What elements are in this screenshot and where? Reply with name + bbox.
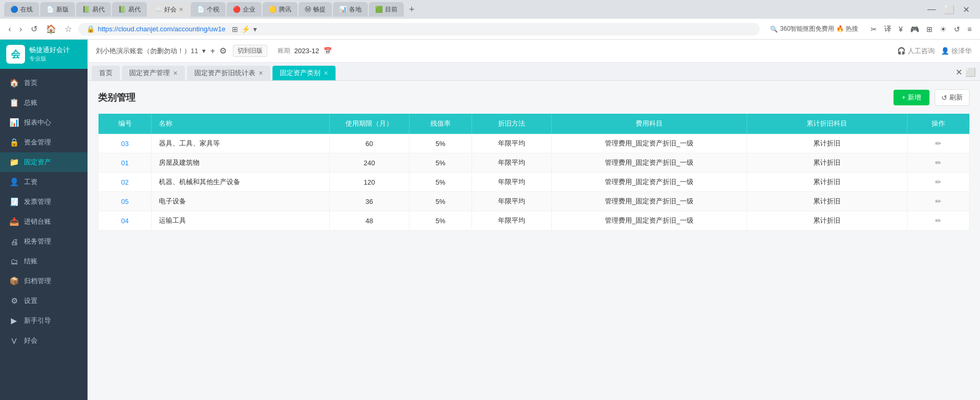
tab-home[interactable]: 首页: [92, 66, 120, 80]
sidebar-item-ledger[interactable]: 📋 总账: [0, 93, 88, 113]
menu-icon[interactable]: ≡: [965, 24, 974, 34]
calendar-icon[interactable]: 📅: [324, 47, 332, 55]
window-minimize[interactable]: —: [925, 5, 938, 14]
tab-close-5[interactable]: ✕: [179, 6, 183, 13]
game-icon[interactable]: 🎮: [908, 24, 921, 34]
cell-name-3: 电子设备: [152, 192, 329, 211]
tabs-right-controls: ✕ ⬜: [956, 67, 976, 79]
switch-old-version-button[interactable]: 切到旧版: [233, 45, 267, 57]
sidebar-item-archive[interactable]: 📦 归档管理: [0, 271, 88, 291]
url-box[interactable]: 🔒 https://cloud.chanjet.com/accounting/u…: [78, 23, 760, 35]
sidebar-item-settings[interactable]: ⚙ 设置: [0, 291, 88, 311]
tabs-bar: 首页 固定资产管理 ✕ 固定资产折旧统计表 ✕ 固定资产类别 ✕ ✕ ⬜: [88, 63, 980, 81]
edit-button-1[interactable]: ✏: [935, 159, 941, 167]
tab-fixed-assets-manage[interactable]: 固定资产管理 ✕: [122, 66, 185, 80]
settings-nav-icon: ⚙: [9, 296, 19, 306]
sidebar-item-home[interactable]: 🏠 首页: [0, 73, 88, 93]
browser-tab-8[interactable]: 🟡 腾讯: [263, 2, 297, 17]
refresh-icon: ↺: [941, 94, 947, 102]
undo-icon[interactable]: ↺: [952, 24, 962, 34]
cell-op-0: ✏: [907, 134, 969, 153]
sidebar-item-salary[interactable]: 👤 工资: [0, 172, 88, 192]
browser-tab-2[interactable]: 📄 新版: [40, 2, 75, 17]
col-header-name: 名称: [152, 114, 329, 134]
code-link-2[interactable]: 02: [121, 178, 128, 186]
sidebar-item-tax[interactable]: 🖨 税务管理: [0, 232, 88, 251]
haohui-nav-icon: V: [9, 336, 19, 345]
settings-icon[interactable]: ⚙: [219, 46, 227, 56]
page-title-row: 类别管理 + 新增 ↺ 刷新: [98, 89, 970, 106]
new-tab-button[interactable]: +: [405, 4, 419, 15]
headset-icon: 🎧: [897, 47, 905, 55]
tab-asset-category[interactable]: 固定资产类别 ✕: [272, 66, 336, 80]
browser-tab-9[interactable]: Ⓜ 畅提: [299, 2, 332, 17]
window-close[interactable]: ✕: [961, 5, 972, 15]
user-avatar-button[interactable]: 👤 徐泽华: [941, 46, 972, 56]
browser-tab-6[interactable]: 📄 个税: [191, 2, 226, 17]
code-link-4[interactable]: 04: [121, 217, 128, 225]
tab-close-depreciation-stats[interactable]: ✕: [258, 70, 263, 77]
browser-tab-3[interactable]: 📗 易代: [76, 2, 111, 17]
browser-tab-4[interactable]: 📗 易代: [112, 2, 147, 17]
tab-close-all-button[interactable]: ✕: [956, 67, 962, 77]
sun-icon[interactable]: ☀: [938, 24, 949, 34]
cell-name-4: 运输工具: [152, 211, 329, 231]
refresh-button[interactable]: ↺: [29, 24, 40, 34]
home-button[interactable]: 🏠: [44, 24, 58, 34]
cut-icon[interactable]: ✂: [869, 24, 879, 34]
table-row: 01 房屋及建筑物 240 5% 年限平均 管理费用_固定资产折旧_一级 累计折…: [98, 153, 970, 173]
action-buttons: + 新增 ↺ 刷新: [894, 89, 970, 106]
browser-tab-5[interactable]: ☁️ 好会 ✕: [148, 2, 190, 17]
window-maximize[interactable]: ⬜: [942, 5, 957, 15]
sidebar-item-reports[interactable]: 📊 报表中心: [0, 113, 88, 132]
user-info: 刘小艳演示账套（勿删勿动！）11 ▾ + ⚙: [96, 46, 227, 56]
category-table: 编号 名称 使用期限（月） 残值率 折旧方法 费用科目 累计折旧科目 操作 03…: [98, 113, 970, 231]
url-dropdown[interactable]: ▾: [253, 25, 257, 33]
tab-close-asset-category[interactable]: ✕: [324, 70, 328, 77]
browser-tab-10[interactable]: 📊 各地: [333, 2, 368, 17]
currency-icon[interactable]: ¥: [897, 24, 905, 34]
table-row: 02 机器、机械和其他生产设备 120 5% 年限平均 管理费用_固定资产折旧_…: [98, 173, 970, 192]
user-dropdown-icon[interactable]: ▾: [202, 47, 206, 55]
add-category-button[interactable]: + 新增: [894, 90, 929, 105]
sidebar-item-purchase-sales[interactable]: 📥 进销台账: [0, 212, 88, 232]
cell-rate-0: 5%: [410, 134, 472, 153]
bookmark-button[interactable]: ☆: [63, 24, 74, 34]
forward-button[interactable]: ›: [17, 25, 24, 34]
cell-method-4: 年限平均: [472, 211, 552, 231]
sidebar-item-tutorial[interactable]: ▶ 新手引导: [0, 311, 88, 331]
tab-close-fixed-assets-manage[interactable]: ✕: [173, 70, 178, 77]
browser-tab-7[interactable]: 🔴 企业: [227, 2, 262, 17]
code-link-0[interactable]: 03: [121, 140, 128, 148]
sidebar-nav: 🏠 首页 📋 总账 📊 报表中心 🔒 资金管理 📁 固定资产 👤 工资: [0, 69, 88, 400]
edit-button-4[interactable]: ✏: [935, 216, 941, 225]
sidebar-item-haohui[interactable]: V 好会: [0, 331, 88, 350]
sidebar-item-checkout[interactable]: 🗂 结账: [0, 251, 88, 271]
code-link-3[interactable]: 05: [121, 198, 128, 205]
refresh-page-button[interactable]: ↺ 刷新: [935, 89, 970, 106]
sidebar-item-invoices[interactable]: 🧾 发票管理: [0, 192, 88, 212]
table-row: 03 器具、工具、家具等 60 5% 年限平均 管理费用_固定资产折旧_一级 累…: [98, 134, 970, 153]
tab-expand-button[interactable]: ⬜: [965, 67, 976, 77]
edit-button-2[interactable]: ✏: [935, 178, 941, 186]
browser-tab-1[interactable]: 🔵 在线: [4, 2, 39, 17]
cell-code-2: 02: [98, 173, 152, 192]
cell-op-2: ✏: [907, 173, 969, 192]
browser-tabs: 🔵 在线 📄 新版 📗 易代 📗 易代 ☁️ 好会 ✕ 📄 个税 🔴 企业: [4, 2, 919, 17]
back-button[interactable]: ‹: [6, 25, 13, 34]
archive-nav-icon: 📦: [9, 276, 19, 286]
col-header-op: 操作: [907, 114, 969, 134]
translate-icon[interactable]: 译: [882, 23, 894, 35]
code-link-1[interactable]: 01: [121, 159, 128, 167]
edit-button-3[interactable]: ✏: [935, 197, 941, 205]
grid-icon[interactable]: ⊞: [924, 24, 935, 34]
cell-name-1: 房屋及建筑物: [152, 153, 329, 173]
purchase-sales-nav-icon: 📥: [9, 217, 19, 226]
tab-depreciation-stats[interactable]: 固定资产折旧统计表 ✕: [187, 66, 270, 80]
help-button[interactable]: 🎧 人工咨询: [897, 46, 935, 56]
edit-button-0[interactable]: ✏: [935, 139, 941, 148]
add-account-button[interactable]: +: [210, 46, 215, 56]
sidebar-item-fixed-assets[interactable]: 📁 固定资产: [0, 152, 88, 172]
sidebar-item-funds[interactable]: 🔒 资金管理: [0, 132, 88, 152]
browser-tab-11[interactable]: 🟩 目前: [369, 2, 404, 17]
